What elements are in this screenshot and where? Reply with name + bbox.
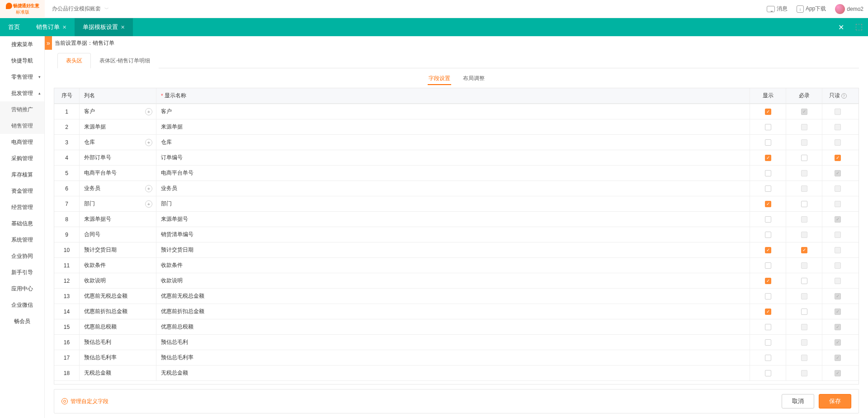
- sidebar-app-center[interactable]: 应用中心: [0, 280, 44, 297]
- sidebar-member[interactable]: 畅会员: [0, 313, 44, 329]
- show-checkbox[interactable]: [765, 247, 771, 253]
- cell-display[interactable]: 来源单据: [156, 119, 750, 135]
- show-checkbox[interactable]: [765, 309, 771, 315]
- show-checkbox[interactable]: [765, 355, 771, 361]
- field-name-label: 预计交货日期: [84, 246, 117, 254]
- sidebar-retail[interactable]: 零售管理▾: [0, 69, 44, 85]
- cell-display[interactable]: 仓库: [156, 135, 750, 150]
- add-child-button[interactable]: +: [145, 200, 152, 208]
- banner-expand-icon[interactable]: »: [45, 36, 52, 50]
- sidebar-operation[interactable]: 经营管理: [0, 199, 44, 215]
- sidebar-wholesale[interactable]: 批发管理▴: [0, 85, 44, 101]
- readonly-checkbox[interactable]: [835, 155, 841, 161]
- cell-display[interactable]: 收款说明: [156, 273, 750, 289]
- manage-custom-fields-link[interactable]: 管理自定义字段: [61, 398, 108, 405]
- sidebar-collab[interactable]: 企业协同: [0, 248, 44, 264]
- th-display: *显示名称: [156, 88, 750, 104]
- cell-display[interactable]: 预估总毛利率: [156, 350, 750, 366]
- save-button[interactable]: 保存: [819, 394, 851, 408]
- cell-required: [786, 150, 822, 166]
- required-checkbox[interactable]: [801, 155, 807, 161]
- show-checkbox[interactable]: [765, 109, 771, 115]
- required-checkbox[interactable]: [801, 278, 807, 284]
- area-tab-body[interactable]: 表体区-销售订单明细: [91, 53, 159, 68]
- sidebar-basic[interactable]: 基础信息: [0, 215, 44, 232]
- user-menu[interactable]: demo2: [830, 4, 868, 14]
- cell-display[interactable]: 优惠前总税额: [156, 319, 750, 335]
- cell-display[interactable]: 无税总金额: [156, 366, 750, 381]
- cell-display[interactable]: 来源单据号: [156, 212, 750, 227]
- show-checkbox[interactable]: [765, 232, 771, 238]
- add-child-button[interactable]: +: [145, 185, 152, 192]
- cell-display[interactable]: 预估总毛利: [156, 335, 750, 350]
- required-checkbox: [801, 355, 807, 361]
- required-checkbox[interactable]: [801, 247, 807, 253]
- cell-display[interactable]: 优惠前折扣总金额: [156, 304, 750, 319]
- app-download-link[interactable]: ↓ App下载: [792, 5, 830, 13]
- cancel-button[interactable]: 取消: [782, 394, 814, 408]
- manage-custom-fields-label: 管理自定义字段: [71, 398, 108, 405]
- cell-display[interactable]: 优惠前无税总金额: [156, 289, 750, 304]
- show-checkbox[interactable]: [765, 324, 771, 330]
- sidebar-purchase[interactable]: 采购管理: [0, 150, 44, 166]
- sidebar-sales-mgmt[interactable]: 销售管理: [0, 118, 44, 134]
- th-show: 显示: [750, 88, 786, 104]
- cell-display[interactable]: 收款条件: [156, 258, 750, 273]
- close-all-tabs[interactable]: ✕: [832, 18, 850, 36]
- cell-display[interactable]: 预计交货日期: [156, 242, 750, 258]
- sidebar-system[interactable]: 系统管理: [0, 232, 44, 248]
- required-checkbox[interactable]: [801, 309, 807, 315]
- show-checkbox[interactable]: [765, 155, 771, 161]
- sidebar-ecommerce[interactable]: 电商管理: [0, 134, 44, 150]
- mode-tab-fields[interactable]: 字段设置: [428, 73, 451, 85]
- cell-display[interactable]: 客户: [156, 104, 750, 119]
- tab-home[interactable]: 首页: [0, 18, 28, 36]
- sidebar-wecom[interactable]: 企业微信: [0, 297, 44, 313]
- account-book-select[interactable]: 办公品行业模拟账套 ﹀: [45, 5, 116, 13]
- close-icon[interactable]: ✕: [121, 24, 125, 30]
- sidebar-search-menu[interactable]: 搜索菜单: [0, 36, 44, 52]
- table-row: 7 部门 + 部门: [54, 196, 859, 212]
- required-checkbox[interactable]: [801, 201, 807, 207]
- sidebar-quick-nav[interactable]: 快捷导航: [0, 52, 44, 69]
- field-name-label: 来源单据: [84, 123, 106, 131]
- cell-display[interactable]: 业务员: [156, 181, 750, 196]
- cell-name: 无税总金额: [80, 366, 156, 381]
- add-child-button[interactable]: +: [145, 108, 152, 115]
- cell-name: 电商平台单号: [80, 166, 156, 181]
- mode-tab-layout[interactable]: 布局调整: [462, 73, 486, 85]
- show-checkbox[interactable]: [765, 201, 771, 207]
- show-checkbox[interactable]: [765, 339, 771, 346]
- tab-template-setting[interactable]: 单据模板设置 ✕: [75, 18, 133, 36]
- tab-sales-order[interactable]: 销售订单 ✕: [28, 18, 75, 36]
- table-body[interactable]: 1 客户 + 客户 2 来源单据 来源单据 3 仓库 + 仓库 4: [54, 104, 859, 385]
- add-child-button[interactable]: +: [145, 139, 152, 146]
- cell-display[interactable]: 销货清单编号: [156, 227, 750, 242]
- show-checkbox[interactable]: [765, 216, 771, 223]
- area-tab-header[interactable]: 表头区: [57, 53, 91, 68]
- sidebar-inventory[interactable]: 库存核算: [0, 166, 44, 183]
- fullscreen-toggle[interactable]: [850, 18, 868, 36]
- sidebar-promo[interactable]: 营销推广: [0, 101, 44, 118]
- show-checkbox[interactable]: [765, 185, 771, 192]
- show-checkbox[interactable]: [765, 370, 771, 376]
- cell-readonly: [822, 181, 859, 196]
- show-checkbox[interactable]: [765, 124, 771, 130]
- cell-name: 优惠前折扣总金额: [80, 304, 156, 319]
- show-checkbox[interactable]: [765, 139, 771, 146]
- show-checkbox[interactable]: [765, 293, 771, 299]
- show-checkbox[interactable]: [765, 278, 771, 284]
- cell-display[interactable]: 订单编号: [156, 150, 750, 166]
- field-name-label: 业务员: [84, 185, 100, 192]
- cell-display[interactable]: 电商平台单号: [156, 166, 750, 181]
- sidebar-finance[interactable]: 资金管理: [0, 183, 44, 199]
- brand-logo[interactable]: 畅捷通好生意 标准版: [0, 0, 45, 18]
- cell-display[interactable]: 部门: [156, 196, 750, 212]
- close-icon[interactable]: ✕: [62, 24, 66, 30]
- cell-show: [750, 289, 786, 304]
- help-icon[interactable]: ?: [841, 93, 847, 99]
- show-checkbox[interactable]: [765, 170, 771, 176]
- messages-link[interactable]: 消息: [762, 5, 792, 13]
- show-checkbox[interactable]: [765, 262, 771, 269]
- sidebar-guide[interactable]: 新手引导: [0, 264, 44, 280]
